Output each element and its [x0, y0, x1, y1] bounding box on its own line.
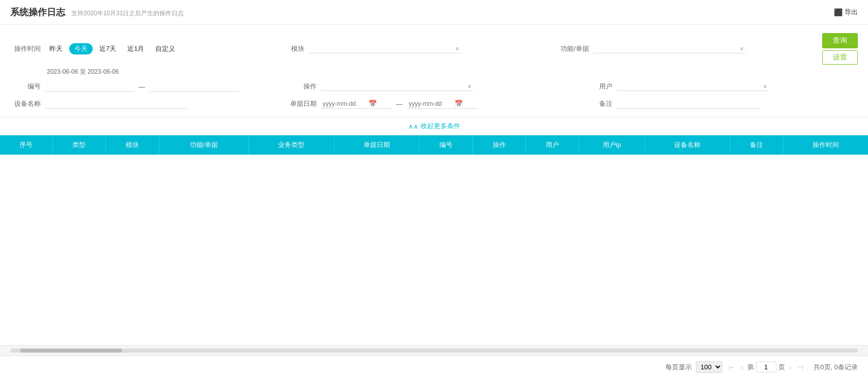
page-size-select[interactable]: 100 50 200 — [696, 361, 722, 373]
scrollbar-track[interactable] — [10, 348, 858, 353]
filter-row-3: 设备名称 单据日期 📅 — 📅 — [10, 99, 858, 109]
device-label: 设备名称 — [10, 99, 41, 108]
page-header: 系统操作日志 支持2020年10月31日之后产生的操作日志 ⬛ 导出 — [0, 0, 868, 25]
user-arrow-icon: ∨ — [763, 83, 767, 90]
col-user-ip: 用户ip — [579, 135, 645, 155]
action-buttons: 查询 设置 — [822, 33, 858, 65]
pagination-nav: ⊢ ‹ 第 1 页 › ⊣ — [726, 362, 805, 372]
filter-row-1: 操作时间 昨天 今天 近7天 近1月 自定义 模块 ∨ — [10, 33, 858, 65]
pagination-bar: 每页显示 100 50 200 ⊢ ‹ 第 1 页 › ⊣ 共0页, 0条记录 — [0, 356, 868, 378]
setting-button[interactable]: 设置 — [822, 50, 858, 65]
code-dash: — — [138, 83, 145, 91]
device-filter-section: 设备名称 — [10, 99, 286, 109]
col-device: 设备名称 — [645, 135, 730, 155]
col-function: 功能/单据 — [159, 135, 248, 155]
export-label: 导出 — [845, 8, 858, 17]
remark-input[interactable] — [617, 99, 759, 109]
col-user: 用户 — [526, 135, 579, 155]
col-seq: 序号 — [0, 135, 52, 155]
code-label: 编号 — [10, 82, 41, 91]
remark-label: 备注 — [582, 99, 612, 108]
function-arrow-icon: ∨ — [740, 45, 744, 52]
time-btn-7days[interactable]: 近7天 — [95, 43, 121, 55]
page-title: 系统操作日志 — [10, 6, 65, 18]
page-subtitle: 支持2020年10月31日之后产生的操作日志 — [71, 9, 184, 18]
page-prefix-label: 第 — [747, 363, 754, 372]
row-section-2: 编号 — 操作 ∨ 用户 — [10, 81, 858, 92]
page-container: 系统操作日志 支持2020年10月31日之后产生的操作日志 ⬛ 导出 操作时间 … — [0, 0, 868, 378]
table-header-row: 序号 类型 模块 功能/单据 业务类型 单据日期 编号 操作 用户 用户ip 设… — [0, 135, 868, 155]
function-filter-col: 功能/单据 ∨ — [558, 44, 822, 53]
operation-dropdown[interactable]: ∨ — [321, 82, 473, 91]
date-from-wrap: 📅 — [321, 99, 392, 109]
page-unit-label: 页 — [778, 363, 785, 372]
collapse-button[interactable]: ∧∧ 收起更多条件 — [408, 122, 460, 131]
per-page-label: 每页显示 — [665, 363, 692, 372]
operation-label: 操作 — [286, 82, 317, 91]
first-page-button[interactable]: ⊢ — [726, 362, 737, 372]
calendar-to-icon[interactable]: 📅 — [455, 100, 463, 107]
table-header: 序号 类型 模块 功能/单据 业务类型 单据日期 编号 操作 用户 用户ip 设… — [0, 135, 868, 155]
device-input[interactable] — [45, 99, 187, 109]
col-code: 编号 — [419, 135, 472, 155]
module-label: 模块 — [274, 44, 304, 53]
last-page-button[interactable]: ⊣ — [795, 362, 805, 372]
row-section-3: 设备名称 单据日期 📅 — 📅 — [10, 99, 858, 109]
col-operation: 操作 — [472, 135, 525, 155]
row-section-1: 操作时间 昨天 今天 近7天 近1月 自定义 模块 ∨ — [10, 33, 858, 65]
col-type: 类型 — [52, 135, 105, 155]
time-btn-1month[interactable]: 近1月 — [123, 43, 149, 55]
user-label: 用户 — [582, 82, 612, 91]
time-btn-today[interactable]: 今天 — [69, 43, 93, 54]
col-op-time: 操作时间 — [783, 135, 868, 155]
operation-filter-col: 操作 ∨ — [286, 82, 562, 91]
time-label: 操作时间 — [10, 44, 41, 53]
date-range-text: 2023-06-06 至 2023-06-06 — [47, 68, 119, 75]
date-to-wrap: 📅 — [407, 99, 478, 109]
header-left: 系统操作日志 支持2020年10月31日之后产生的操作日志 — [10, 6, 184, 18]
export-button[interactable]: ⬛ 导出 — [834, 8, 858, 17]
module-dropdown[interactable]: ∨ — [309, 44, 461, 53]
collapse-label: 收起更多条件 — [421, 122, 460, 131]
page-number-input[interactable]: 1 — [756, 362, 776, 372]
time-filter-section: 操作时间 昨天 今天 近7天 近1月 自定义 — [10, 43, 274, 55]
module-filter-col: 模块 ∨ — [274, 44, 538, 53]
date-from-input[interactable] — [323, 100, 369, 107]
date-to-input[interactable] — [409, 100, 455, 107]
time-buttons-group: 昨天 今天 近7天 近1月 自定义 — [45, 43, 180, 55]
time-btn-yesterday[interactable]: 昨天 — [45, 43, 67, 55]
filter-area: 操作时间 昨天 今天 近7天 近1月 自定义 模块 ∨ — [0, 25, 868, 118]
table-container: 序号 类型 模块 功能/单据 业务类型 单据日期 编号 操作 用户 用户ip 设… — [0, 135, 868, 345]
empty-area — [0, 155, 868, 317]
calendar-from-icon[interactable]: 📅 — [369, 100, 377, 107]
scrollbar-area — [0, 345, 868, 356]
export-icon: ⬛ — [834, 8, 843, 16]
col-biz-type: 业务类型 — [249, 135, 334, 155]
col-module: 模块 — [106, 135, 159, 155]
function-label: 功能/单据 — [558, 44, 589, 53]
code-end-input[interactable] — [149, 81, 239, 92]
filter-row-2: 编号 — 操作 ∨ 用户 — [10, 81, 858, 92]
code-filter-section: 编号 — — [10, 81, 286, 92]
date-dash: — — [396, 100, 403, 108]
code-start-input[interactable] — [45, 81, 134, 92]
voucher-date-label: 单据日期 — [286, 99, 317, 108]
voucher-date-filter-col: 单据日期 📅 — 📅 — [286, 99, 562, 109]
user-filter-col: 用户 ∨ — [582, 82, 858, 91]
scrollbar-thumb[interactable] — [20, 348, 122, 353]
user-dropdown[interactable]: ∨ — [617, 82, 769, 91]
remark-filter-col: 备注 — [582, 99, 858, 109]
query-button[interactable]: 查询 — [822, 33, 858, 48]
col-voucher-date: 单据日期 — [334, 135, 419, 155]
function-dropdown[interactable]: ∨ — [593, 44, 746, 53]
collapse-bar[interactable]: ∧∧ 收起更多条件 — [0, 118, 868, 135]
col-remark: 备注 — [730, 135, 783, 155]
prev-page-button[interactable]: ‹ — [739, 362, 745, 372]
next-page-button[interactable]: › — [787, 362, 794, 372]
collapse-up-icon: ∧∧ — [408, 123, 418, 130]
page-total-label: 共0页, 0条记录 — [814, 363, 858, 372]
data-table: 序号 类型 模块 功能/单据 业务类型 单据日期 编号 操作 用户 用户ip 设… — [0, 135, 868, 155]
time-btn-custom[interactable]: 自定义 — [151, 43, 180, 55]
module-arrow-icon: ∨ — [455, 45, 459, 52]
operation-arrow-icon: ∨ — [467, 83, 471, 90]
